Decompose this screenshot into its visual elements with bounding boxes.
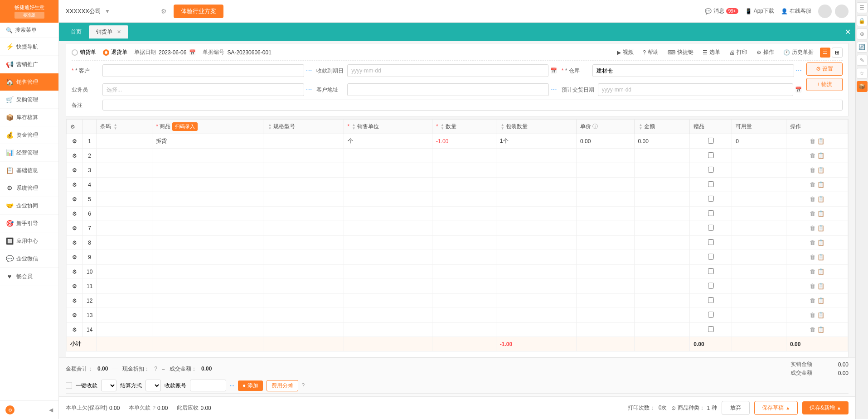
sidebar-item-enterprise[interactable]: 🤝 企业协同 xyxy=(0,197,58,215)
sidebar-item-purchase[interactable]: 🛒 采购管理 xyxy=(0,91,58,109)
copy-icon[interactable]: 📋 xyxy=(817,268,824,275)
sidebar-item-finance[interactable]: 💰 资金管理 xyxy=(0,126,58,144)
right-panel-btn-1[interactable]: ☰ xyxy=(857,2,868,13)
cell-barcode[interactable] xyxy=(97,192,152,207)
cell-gift[interactable] xyxy=(690,207,732,221)
cell-pack-qty[interactable] xyxy=(496,279,576,294)
delete-icon[interactable]: 🗑 xyxy=(810,283,815,289)
cell-pack-qty[interactable] xyxy=(496,236,576,250)
delete-icon[interactable]: 🗑 xyxy=(810,254,815,260)
expected-delivery-input[interactable]: yyyy-mm-dd xyxy=(598,83,793,96)
th-settings[interactable]: ⚙ xyxy=(67,120,83,134)
row-settings[interactable]: ⚙ xyxy=(67,323,83,337)
copy-icon[interactable]: 📋 xyxy=(817,196,824,202)
delete-icon[interactable]: 🗑 xyxy=(810,268,815,275)
cell-barcode[interactable] xyxy=(97,149,152,163)
cell-barcode[interactable] xyxy=(97,163,152,178)
cell-spec[interactable] xyxy=(263,236,344,250)
cell-pack-qty[interactable] xyxy=(496,149,576,163)
cell-product[interactable] xyxy=(152,308,263,323)
save-draft-button[interactable]: 保存草稿 ▲ xyxy=(754,401,798,415)
cell-unit[interactable] xyxy=(344,265,432,279)
one-click-payment-checkbox[interactable] xyxy=(66,382,72,389)
copy-icon[interactable]: 📋 xyxy=(817,312,824,318)
cell-barcode[interactable] xyxy=(97,294,152,308)
cell-unit[interactable] xyxy=(344,236,432,250)
cell-barcode[interactable] xyxy=(97,134,152,149)
cell-unit-price[interactable] xyxy=(577,192,635,207)
cell-unit[interactable] xyxy=(344,192,432,207)
cell-spec[interactable] xyxy=(263,192,344,207)
cell-product[interactable]: 拆货 xyxy=(152,134,263,149)
right-panel-btn-6[interactable]: ☆ xyxy=(857,68,868,79)
right-panel-btn-5[interactable]: ✎ xyxy=(857,55,868,66)
cell-barcode[interactable] xyxy=(97,221,152,236)
cell-amount[interactable] xyxy=(634,265,690,279)
cell-gift[interactable] xyxy=(690,134,732,149)
cell-amount[interactable] xyxy=(634,163,690,178)
sidebar-search[interactable]: 🔍 搜索菜单 xyxy=(0,23,58,38)
warehouse-input[interactable]: 建材仓 xyxy=(592,64,794,77)
cell-unit-price[interactable] xyxy=(577,178,635,192)
save-new-button[interactable]: 保存&新增 ▲ xyxy=(802,401,849,414)
settings-button[interactable]: ⚙ 设置 xyxy=(806,63,843,76)
cell-barcode[interactable] xyxy=(97,236,152,250)
account-select[interactable] xyxy=(145,380,161,391)
copy-icon[interactable]: 📋 xyxy=(817,283,824,289)
cell-spec[interactable] xyxy=(263,265,344,279)
cell-amount[interactable]: 0.00 xyxy=(634,134,690,149)
delete-icon[interactable]: 🗑 xyxy=(810,326,815,333)
cell-spec[interactable] xyxy=(263,221,344,236)
cell-product[interactable] xyxy=(152,265,263,279)
question-icon[interactable]: ? xyxy=(154,366,157,372)
cell-product[interactable] xyxy=(152,294,263,308)
copy-icon[interactable]: 📋 xyxy=(817,167,824,173)
cell-product[interactable] xyxy=(152,221,263,236)
cell-unit-price[interactable] xyxy=(577,163,635,178)
payment-date-input[interactable]: yyyy-mm-dd xyxy=(347,64,548,77)
salesperson-more-icon[interactable]: ··· xyxy=(306,86,312,94)
cell-amount[interactable] xyxy=(634,178,690,192)
delete-icon[interactable]: 🗑 xyxy=(810,225,815,231)
cell-pack-qty[interactable]: 1个 xyxy=(496,134,576,149)
cell-pack-qty[interactable] xyxy=(496,178,576,192)
shortcuts-button[interactable]: ⌨ 快捷键 xyxy=(665,47,696,58)
delete-icon[interactable]: 🗑 xyxy=(810,138,815,144)
cell-pack-qty[interactable] xyxy=(496,221,576,236)
cell-spec[interactable] xyxy=(263,279,344,294)
row-settings[interactable]: ⚙ xyxy=(67,294,83,308)
cell-amount[interactable] xyxy=(634,149,690,163)
gift-checkbox[interactable] xyxy=(708,181,714,187)
copy-icon[interactable]: 📋 xyxy=(817,254,824,260)
settings-circle-icon[interactable]: ⚙ xyxy=(5,405,15,414)
cell-barcode[interactable] xyxy=(97,308,152,323)
cell-unit-price[interactable]: 0.00 xyxy=(577,134,635,149)
cell-unit-price[interactable] xyxy=(577,279,635,294)
cell-amount[interactable] xyxy=(634,308,690,323)
sidebar-item-member[interactable]: ♥ 畅会员 xyxy=(0,268,58,285)
copy-icon[interactable]: 📋 xyxy=(817,138,824,144)
cell-unit[interactable] xyxy=(344,207,432,221)
cell-qty[interactable] xyxy=(432,323,496,337)
cell-gift[interactable] xyxy=(690,221,732,236)
gift-checkbox[interactable] xyxy=(708,297,714,303)
cell-gift[interactable] xyxy=(690,163,732,178)
sidebar-item-inventory[interactable]: 📦 库存核算 xyxy=(0,109,58,126)
gift-checkbox[interactable] xyxy=(708,167,714,173)
gift-checkbox[interactable] xyxy=(708,239,714,245)
cell-gift[interactable] xyxy=(690,192,732,207)
tabbar-close-all[interactable]: ✕ xyxy=(845,28,851,36)
customer-address-more-icon[interactable]: ··· xyxy=(551,86,557,94)
cell-unit-price[interactable] xyxy=(577,265,635,279)
cell-product[interactable] xyxy=(152,149,263,163)
cell-amount[interactable] xyxy=(634,250,690,265)
cell-unit-price[interactable] xyxy=(577,250,635,265)
cell-barcode[interactable] xyxy=(97,178,152,192)
sidebar-item-sales[interactable]: 🏠 销售管理 xyxy=(0,73,58,91)
cell-unit[interactable] xyxy=(344,250,432,265)
cell-unit-price[interactable] xyxy=(577,308,635,323)
grid-view-btn[interactable]: ⊞ xyxy=(832,48,843,58)
note-input[interactable] xyxy=(102,100,843,111)
cell-amount[interactable] xyxy=(634,207,690,221)
cell-qty[interactable] xyxy=(432,221,496,236)
